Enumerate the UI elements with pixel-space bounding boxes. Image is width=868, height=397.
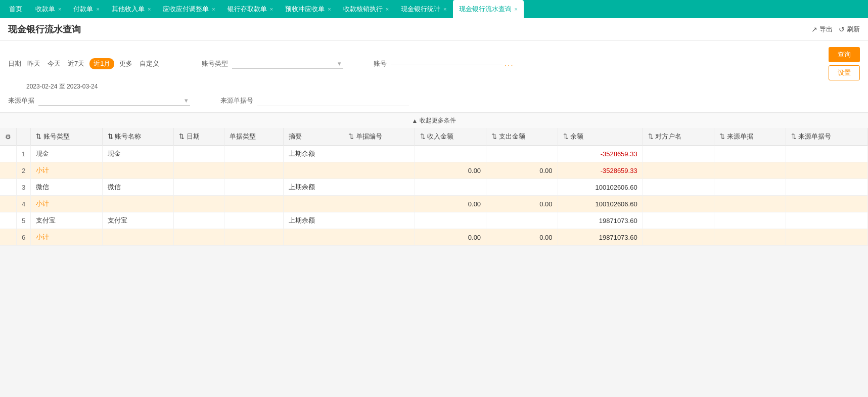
row-date — [174, 212, 224, 229]
date-option-自定义[interactable]: 自定义 — [138, 58, 161, 69]
nav-tab-收款核销执行[interactable]: 收款核销执行× — [337, 0, 395, 18]
nav-tab-应收应付调整单[interactable]: 应收应付调整单× — [157, 0, 221, 18]
row-acct-type: 小计 — [31, 196, 102, 212]
col-header-counterpart[interactable]: ⇅ 对方户名 — [643, 128, 714, 146]
row-expense: 0.00 — [486, 162, 558, 179]
top-nav: 首页 收款单×付款单×其他收入单×应收应付调整单×银行存取款单×预收冲应收单×收… — [0, 0, 868, 18]
col-header-src_voucher[interactable]: ⇅ 来源单据 — [714, 128, 786, 146]
nav-tab-预收冲应收单[interactable]: 预收冲应收单× — [279, 0, 337, 18]
row-counterpart — [643, 196, 714, 212]
row-expense: 0.00 — [486, 229, 558, 246]
date-range-text: 2023-02-24 至 2023-03-24 — [26, 83, 98, 90]
row-gear — [0, 196, 17, 212]
data-table: ⚙⇅ 账号类型⇅ 账号名称⇅ 日期单据类型摘要⇅ 单据编号⇅ 收入金额⇅ 支出金… — [0, 128, 868, 246]
account-no-select[interactable] — [391, 63, 502, 65]
row-seq: 1 — [17, 146, 31, 162]
tab-close-icon[interactable]: × — [96, 0, 99, 18]
date-label: 日期 — [8, 59, 21, 68]
col-header-acct_type[interactable]: ⇅ 账号类型 — [31, 128, 102, 146]
tab-label: 预收冲应收单 — [285, 0, 325, 18]
source-voucher-no-filter: 来源单据号 — [220, 95, 409, 106]
date-option-昨天[interactable]: 昨天 — [25, 58, 42, 69]
date-option-更多[interactable]: 更多 — [117, 58, 134, 69]
row-src-voucher — [714, 196, 786, 212]
row-seq: 6 — [17, 229, 31, 246]
date-option-近7天[interactable]: 近7天 — [66, 58, 86, 69]
tab-close-icon[interactable]: × — [328, 0, 331, 18]
col-label: ⇅ 对方户名 — [648, 133, 682, 140]
page-title: 现金银行流水查询 — [8, 23, 81, 35]
row-seq: 4 — [17, 196, 31, 212]
row-voucher-no — [343, 212, 415, 229]
table-row: 5支付宝支付宝上期余额19871073.60 — [0, 212, 868, 229]
nav-tab-其他收入单[interactable]: 其他收入单× — [106, 0, 157, 18]
source-voucher-select[interactable]: ▾ — [38, 96, 190, 106]
tab-close-icon[interactable]: × — [58, 0, 61, 18]
source-voucher-filter: 来源单据 ▾ — [8, 96, 190, 106]
date-option-今天[interactable]: 今天 — [45, 58, 63, 69]
col-header-balance[interactable]: ⇅ 余额 — [558, 128, 643, 146]
row-acct-type: 微信 — [31, 179, 102, 196]
row-voucher-type — [224, 146, 284, 162]
row-acct-name — [102, 162, 173, 179]
col-header-date[interactable]: ⇅ 日期 — [174, 128, 224, 146]
right-buttons: 查询 设置 — [829, 47, 860, 80]
col-header-voucher_no[interactable]: ⇅ 单据编号 — [343, 128, 415, 146]
row-balance: -3528659.33 — [558, 162, 643, 179]
account-no-more-btn[interactable]: ... — [504, 59, 514, 68]
col-header-src_voucher_no[interactable]: ⇅ 来源单据号 — [786, 128, 867, 146]
col-label: ⇅ 账号类型 — [36, 133, 70, 140]
tab-close-icon[interactable]: × — [270, 0, 273, 18]
col-header-expense[interactable]: ⇅ 支出金额 — [486, 128, 558, 146]
tab-close-icon[interactable]: × — [386, 0, 389, 18]
tab-close-icon[interactable]: × — [212, 0, 215, 18]
tab-label: 银行存取款单 — [227, 0, 267, 18]
row-acct-name: 支付宝 — [102, 212, 173, 229]
row-counterpart — [643, 146, 714, 162]
row-acct-type: 小计 — [31, 229, 102, 246]
gear-icon[interactable]: ⚙ — [5, 133, 11, 141]
collapse-bar[interactable]: ▲ 收起更多条件 — [0, 113, 868, 128]
account-type-label: 账号类型 — [202, 59, 228, 68]
settings-button[interactable]: 设置 — [829, 65, 860, 80]
nav-tab-付款单[interactable]: 付款单× — [67, 0, 105, 18]
tab-close-icon[interactable]: × — [148, 0, 151, 18]
row-expense — [486, 179, 558, 196]
tab-close-icon[interactable]: × — [515, 0, 518, 18]
date-option-近1月[interactable]: 近1月 — [89, 58, 114, 69]
row-src-voucher — [714, 179, 786, 196]
table-row: 3微信微信上期余额100102606.60 — [0, 179, 868, 196]
row-date — [174, 229, 224, 246]
row-date — [174, 146, 224, 162]
date-options: 昨天今天近7天近1月更多自定义 — [25, 58, 161, 69]
nav-tab-现金银行统计[interactable]: 现金银行统计× — [395, 0, 452, 18]
row-income — [415, 179, 486, 196]
col-label: ⇅ 来源单据号 — [791, 133, 832, 140]
row-counterpart — [643, 212, 714, 229]
col-label: ⇅ 余额 — [563, 133, 584, 140]
col-header-income[interactable]: ⇅ 收入金额 — [415, 128, 486, 146]
row-seq: 2 — [17, 162, 31, 179]
row-income: 0.00 — [415, 162, 486, 179]
source-voucher-no-input[interactable] — [257, 95, 409, 106]
col-header-gear: ⚙ — [0, 128, 17, 146]
nav-tab-银行存取款单[interactable]: 银行存取款单× — [221, 0, 279, 18]
row-summary — [284, 229, 343, 246]
col-header-acct_name[interactable]: ⇅ 账号名称 — [102, 128, 173, 146]
row-gear — [0, 162, 17, 179]
row-gear — [0, 212, 17, 229]
export-button[interactable]: ↗ 导出 — [811, 25, 833, 34]
col-label: ⇅ 支出金额 — [491, 133, 525, 140]
tab-label: 付款单 — [73, 0, 93, 18]
query-button[interactable]: 查询 — [829, 47, 860, 62]
account-type-select[interactable]: ▾ — [232, 59, 343, 69]
row-acct-type: 小计 — [31, 162, 102, 179]
table-body: 1现金现金上期余额-3528659.332小计0.000.00-3528659.… — [0, 146, 868, 246]
nav-tab-现金银行流水查询[interactable]: 现金银行流水查询× — [453, 0, 524, 18]
nav-tab-收款单[interactable]: 收款单× — [29, 0, 67, 18]
source-voucher-no-label: 来源单据号 — [220, 96, 253, 105]
row-balance: 100102606.60 — [558, 179, 643, 196]
tab-close-icon[interactable]: × — [443, 0, 446, 18]
refresh-button[interactable]: ↺ 刷新 — [839, 25, 860, 34]
nav-home[interactable]: 首页 — [2, 0, 29, 18]
